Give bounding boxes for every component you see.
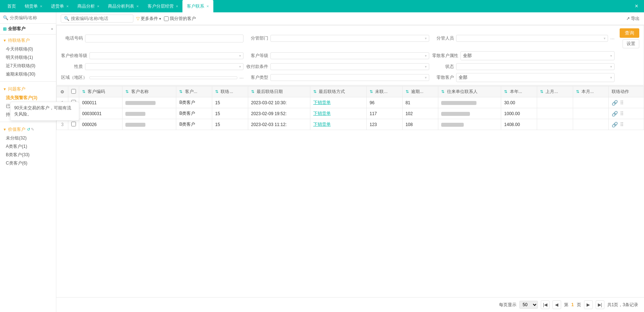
collapse-icon[interactable]: « — [51, 27, 53, 31]
cell-method-0[interactable]: 下销货单 — [310, 97, 366, 108]
cell-date-0: 2023-03-02 10:30: — [248, 97, 310, 108]
payment-label: 收付款条件 — [246, 64, 268, 70]
sidebar-search-input[interactable] — [10, 15, 56, 20]
nav-purchase-order-close[interactable]: × — [66, 4, 68, 8]
settings-icon[interactable]: ⚙ — [60, 89, 64, 94]
customer-type-select[interactable]: ▾ — [270, 74, 429, 81]
region-select[interactable] — [89, 76, 237, 79]
th-tmonth-sort-icon: ⇅ — [576, 89, 579, 94]
nav-product-analysis[interactable]: 商品分析 × — [73, 0, 104, 12]
sidebar-item-7days[interactable]: 近7天待联络(0) — [0, 62, 56, 70]
per-page-label: 每页显示 — [499, 302, 516, 308]
export-button[interactable]: ↗ 导出 — [626, 16, 640, 22]
th-code[interactable]: ⇅ 客户编码 — [79, 86, 122, 97]
last-page-button[interactable]: ▶| — [596, 300, 604, 309]
sidebar-group-problem-title[interactable]: ▼ 问题客户 — [0, 85, 56, 94]
th-contact-count[interactable]: ⇅ 联络... — [212, 86, 248, 97]
cell-checkbox-2[interactable] — [68, 119, 79, 130]
th-name[interactable]: ⇅ 客户名称 — [122, 86, 176, 97]
th-this-year[interactable]: ⇅ 本年... — [501, 86, 537, 97]
cell-tmonth-0 — [573, 97, 609, 108]
nav-product-analysis-list[interactable]: 商品分析列表 × — [104, 0, 143, 12]
customer-level-select[interactable]: ▾ — [270, 52, 429, 59]
table-area: ⚙ ⇅ 客户编码 ⇅ 客户名称 — [56, 86, 644, 297]
th-this-month[interactable]: ⇅ 本月... — [573, 86, 609, 97]
manager-dots[interactable]: ··· — [610, 36, 615, 41]
nav-customer-contact-close[interactable]: × — [206, 4, 209, 8]
sidebar-item-class-b[interactable]: B类客户(33) — [0, 151, 56, 159]
th-contact-person[interactable]: ⇅ 往来单位联系人 — [438, 86, 501, 97]
region-dots[interactable]: ··· — [240, 75, 244, 81]
search-input[interactable] — [71, 16, 130, 21]
prev-page-button[interactable]: ◀ — [552, 300, 561, 309]
nav-customer-segment[interactable]: 客户分层经营 × — [143, 0, 182, 12]
sidebar-all-customers-header[interactable]: ⊞ 全部客户 « — [0, 24, 56, 35]
sidebar-item-today[interactable]: 今天待联络(0) — [0, 45, 56, 53]
cell-action-1: 🔗 ⠿ — [609, 108, 644, 119]
status-select[interactable]: ▾ — [456, 63, 615, 70]
churn-tooltip: 90天未交易的客户，可能有流失风险。 — [10, 102, 56, 121]
th-last-contact-method[interactable]: ⇅ 最后联络方式 — [310, 86, 366, 97]
action-link-1[interactable]: 🔗 — [612, 111, 618, 117]
nav-product-analysis-close[interactable]: × — [97, 4, 99, 8]
cell-lmonth-1 — [537, 108, 573, 119]
cell-code-0: 000011 — [79, 97, 122, 108]
sidebar-group-value-title[interactable]: ▼ 价值客户 ↺ ✎ — [0, 125, 56, 134]
action-link-0[interactable]: 🔗 — [612, 100, 618, 106]
row-checkbox-2[interactable] — [71, 122, 76, 126]
sidebar-item-class-a[interactable]: A类客户(1) — [0, 142, 56, 151]
my-customers-checkbox[interactable] — [164, 16, 169, 21]
cell-type-0: B类客户 — [176, 97, 212, 108]
th-overdue[interactable]: ⇅ 逾期... — [402, 86, 438, 97]
action-grid-1[interactable]: ⠿ — [620, 111, 624, 117]
query-button[interactable]: 查询 — [620, 28, 639, 38]
phone-input[interactable] — [85, 35, 243, 42]
sidebar-item-tomorrow[interactable]: 明天待联络(1) — [0, 53, 56, 62]
payment-select[interactable]: ▾ — [270, 63, 429, 70]
th-uncontacted[interactable]: ⇅ 未联... — [366, 86, 402, 97]
cell-year-1: 1000.00 — [501, 108, 537, 119]
action-grid-0[interactable]: ⠿ — [620, 100, 624, 106]
action-grid-2[interactable]: ⠿ — [620, 122, 624, 127]
sidebar-item-class-c[interactable]: C类客户(6) — [0, 159, 56, 167]
cell-method-1[interactable]: 下销货单 — [310, 108, 366, 119]
sidebar-item-unclassified[interactable]: 未分组(32) — [0, 134, 56, 142]
value-group-edit[interactable]: ✎ — [31, 127, 34, 132]
th-last-month[interactable]: ⇅ 上月... — [537, 86, 573, 97]
nature-select[interactable]: ▾ — [85, 63, 243, 70]
action-link-2[interactable]: 🔗 — [612, 122, 618, 127]
nav-customer-contact[interactable]: 客户联系 × — [182, 0, 213, 12]
cell-method-2[interactable]: 下销货单 — [310, 119, 366, 130]
department-select[interactable]: ▾ — [270, 35, 429, 42]
nav-purchase-order[interactable]: 进货单 × — [47, 0, 73, 12]
th-customer-type[interactable]: ⇅ 客户... — [176, 86, 212, 97]
th-contact-sort-icon: ⇅ — [215, 89, 218, 94]
nav-home[interactable]: 首页 — [3, 0, 20, 12]
per-page-select[interactable]: 50 100 200 — [519, 301, 538, 309]
manager-select[interactable]: ▾ — [456, 35, 608, 42]
nav-sales-order[interactable]: 销货单 × — [20, 0, 47, 12]
my-customers-checkbox-label[interactable]: 我分管的客户 — [164, 16, 196, 22]
sidebar-item-churn-warning[interactable]: 流失预警客户(3) — [0, 94, 56, 102]
sidebar-item-overdue[interactable]: 逾期未联络(30) — [0, 70, 56, 78]
next-page-button[interactable]: ▶ — [584, 300, 593, 309]
select-all-checkbox[interactable] — [71, 89, 76, 94]
nav-product-analysis-list-close[interactable]: × — [136, 4, 138, 8]
window-close-button[interactable]: × — [632, 3, 641, 9]
zero-customer-select[interactable]: 全部 ▾ — [456, 73, 615, 82]
first-page-button[interactable]: |◀ — [541, 300, 550, 309]
sidebar-group-pending-title[interactable]: ▼ 待联络客户 — [0, 36, 56, 45]
price-level-select[interactable]: ▾ — [89, 52, 243, 59]
nav-customer-segment-close[interactable]: × — [176, 4, 178, 8]
filter-row-3: 性质 ▾ 收付款条件 ▾ 状态 — [61, 63, 639, 70]
settings-button[interactable]: 设置 — [623, 39, 639, 48]
th-date-sort-icon: ⇅ — [251, 89, 254, 94]
value-group-refresh[interactable]: ↺ — [27, 127, 30, 132]
zero-attr-select[interactable]: 全部 ▾ — [460, 51, 615, 60]
th-last-contact-date[interactable]: ⇅ 最后联络日期 — [248, 86, 310, 97]
search-box[interactable]: 🔍 — [61, 15, 133, 23]
table-header-row: ⚙ ⇅ 客户编码 ⇅ 客户名称 — [57, 86, 644, 97]
more-conditions-btn[interactable]: ▽ 更多条件 ▾ — [136, 16, 161, 22]
nav-sales-order-close[interactable]: × — [40, 4, 42, 8]
arrow-icon: ▼ — [3, 39, 7, 42]
